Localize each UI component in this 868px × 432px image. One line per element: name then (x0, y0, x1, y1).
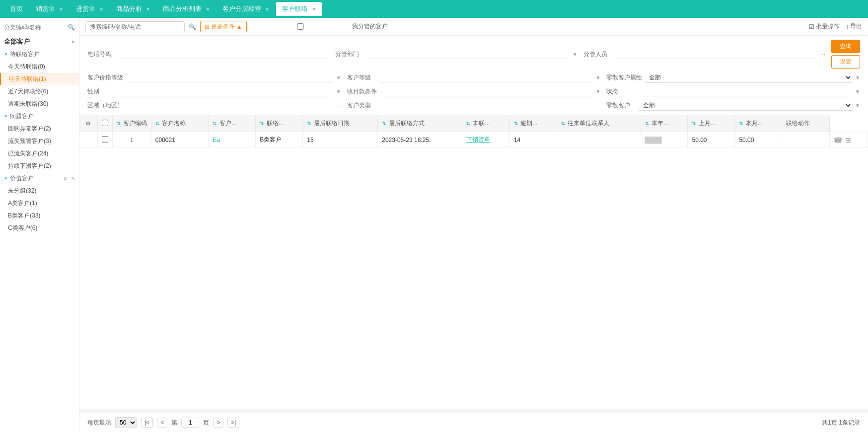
sort-this-year-icon[interactable]: ⇅ (645, 121, 649, 126)
sort-last-contact-date-icon[interactable]: ⇅ (307, 121, 311, 126)
dept-label: 分管部门 (335, 50, 365, 59)
retail-attr-dropdown-icon[interactable]: ▼ (855, 75, 860, 80)
gender-field: 性别 ▼ (87, 87, 341, 96)
sort-no-contact-days-icon[interactable]: ⇅ (466, 121, 470, 126)
manager-field: 分管人员 ··· (583, 50, 825, 59)
sort-this-month-icon[interactable]: ⇅ (739, 121, 743, 126)
batch-op-button[interactable]: ☑ 批量操作 (809, 22, 840, 31)
my-customers-checkbox-label[interactable]: 我分管的客户 (251, 22, 388, 31)
payment-input[interactable] (380, 87, 593, 96)
customer-level-field: 客户等级 ▼ (347, 73, 601, 82)
sort-last-contact-method-icon[interactable]: ⇅ (382, 121, 386, 126)
customer-table: ⚙ ⇅ 客户编码 ⇅ 客户名称 (79, 115, 868, 148)
all-customers-header[interactable]: 全部客户 « (0, 35, 79, 48)
select-all-checkbox[interactable] (102, 120, 108, 126)
advanced-filter-panel: 电话号码 分管部门 ▼ 分管人员 ··· 查询 设置 (79, 36, 868, 115)
sort-contact-person-icon[interactable]: ⇅ (561, 121, 565, 126)
sort-code-icon[interactable]: ⇅ (117, 121, 121, 126)
more-filters-button[interactable]: ⊞ 更多条件 ▲ (200, 21, 247, 32)
sidebar-item-a-class[interactable]: A类客户(1) (0, 197, 79, 210)
row-last-contact-date: 2023-05-23 18:25: (378, 132, 462, 148)
gear-icon[interactable]: ⚙ (85, 120, 91, 127)
price-level-dropdown-icon[interactable]: ▼ (336, 75, 341, 80)
sidebar-item-c-class[interactable]: C类客户(6) (0, 222, 79, 234)
sidebar-search-icon[interactable]: 🔍 (68, 24, 75, 31)
value-group-edit-icon[interactable]: ✎ (71, 176, 75, 181)
sidebar-item-b-class[interactable]: B类客户(33) (0, 210, 79, 222)
sidebar-item-overdue-pending[interactable]: 逾期未联络(30) (0, 98, 79, 110)
nav-item-product-analysis[interactable]: 商品分析 ✕ (110, 2, 156, 16)
value-group-refresh-icon[interactable]: ↻ (63, 176, 67, 181)
sort-contact-count-icon[interactable]: ⇅ (260, 121, 264, 126)
action-grid-icon[interactable]: ⊞ (845, 136, 851, 144)
nav-item-sales[interactable]: 销货单 ✕ (30, 2, 69, 16)
payment-field: 收付款条件 ▼ (347, 87, 601, 96)
area-input[interactable] (126, 101, 333, 110)
close-product-list-icon[interactable]: ✕ (206, 6, 210, 12)
nav-item-purchase[interactable]: 进货单 ✕ (70, 2, 109, 16)
sidebar-item-unclassified[interactable]: 未分组(32) (0, 185, 79, 197)
row-last-month: 50.00 (735, 132, 782, 148)
sidebar-item-repurchase-abnormal[interactable]: 回购异常客户(2) (0, 123, 79, 135)
sidebar-item-tomorrow-pending[interactable]: 明天待联络(1) (0, 73, 79, 85)
nav-item-home[interactable]: 首页 (4, 2, 29, 16)
row-check (97, 132, 112, 148)
row-checkbox-0[interactable] (102, 136, 108, 143)
close-sales-icon[interactable]: ✕ (59, 6, 63, 12)
first-page-button[interactable]: |< (141, 418, 153, 428)
page-size-select[interactable]: 50 (115, 417, 137, 428)
status-label: 状态 (606, 87, 636, 96)
status-dropdown-icon[interactable]: ▼ (855, 89, 860, 94)
action-phone-icon[interactable]: ☎ (834, 136, 842, 144)
dept-dropdown-icon[interactable]: ▼ (573, 52, 578, 57)
set-button[interactable]: 设置 (831, 55, 860, 69)
status-field: 状态 ▼ (606, 87, 860, 96)
export-button[interactable]: ↑ 导出 (846, 22, 862, 31)
nav-item-customer-tier[interactable]: 客户分层经营 ✕ (217, 2, 275, 16)
sort-last-month-icon[interactable]: ⇅ (692, 121, 696, 126)
sidebar-item-7days-pending[interactable]: 近7天待联络(0) (0, 85, 79, 98)
payment-dropdown-icon[interactable]: ▼ (595, 89, 600, 94)
close-purchase-icon[interactable]: ✕ (99, 6, 103, 12)
my-customers-checkbox[interactable] (251, 23, 350, 30)
collapse-icon[interactable]: « (72, 38, 75, 45)
prev-page-button[interactable]: < (157, 418, 167, 428)
query-button[interactable]: 查询 (831, 40, 860, 53)
sort-overdue-icon[interactable]: ⇅ (514, 121, 518, 126)
area-dots-icon[interactable]: ··· (336, 102, 341, 109)
retail-attr-select[interactable]: 全部 (645, 72, 852, 83)
sort-name-icon[interactable]: ⇅ (155, 121, 159, 126)
col-overdue: ⇅ 逾期... (509, 115, 557, 132)
manager-dots-icon[interactable]: ··· (820, 51, 825, 58)
phone-input[interactable] (120, 50, 329, 59)
customer-price-level-input[interactable] (126, 73, 333, 82)
sidebar-item-today-pending[interactable]: 今天待联络(0) (0, 61, 79, 73)
close-customer-tier-icon[interactable]: ✕ (265, 6, 269, 12)
sidebar-item-churned[interactable]: 已流失客户(24) (0, 147, 79, 160)
retail-customer-select[interactable]: 全部 (639, 100, 852, 111)
dept-input[interactable] (368, 50, 569, 59)
next-page-button[interactable]: > (213, 418, 223, 428)
horizontal-scrollbar[interactable] (79, 409, 868, 413)
close-customer-contact-icon[interactable]: ✕ (312, 6, 316, 12)
nav-item-customer-contact[interactable]: 客户联络 ✕ (276, 2, 322, 16)
status-input[interactable] (639, 87, 852, 96)
main-layout: 🔍 全部客户 « 待联络客户 今天待联络(0) 明天待联络(1) 近7天待联络(… (0, 18, 868, 432)
gender-input[interactable] (120, 87, 333, 96)
sidebar-item-churn-warning[interactable]: 流失预警客户(3) (0, 135, 79, 147)
close-product-analysis-icon[interactable]: ✕ (146, 6, 150, 12)
customer-level-input[interactable] (380, 73, 593, 82)
sidebar-search-input[interactable] (4, 24, 68, 31)
search-input[interactable] (85, 21, 185, 32)
gender-dropdown-icon[interactable]: ▼ (336, 89, 341, 94)
nav-item-product-list[interactable]: 商品分析列表 ✕ (157, 2, 216, 16)
filter-search-icon[interactable]: 🔍 (189, 23, 196, 30)
manager-input[interactable] (616, 50, 817, 59)
level-dropdown-icon[interactable]: ▼ (595, 75, 600, 80)
page-input[interactable] (181, 418, 199, 428)
sort-customer-type-icon[interactable]: ⇅ (213, 121, 217, 126)
customer-type-input[interactable] (380, 101, 601, 110)
sidebar-item-declining[interactable]: 持续下滑客户(2) (0, 160, 79, 172)
last-page-button[interactable]: >| (227, 418, 239, 428)
retail-customer-dropdown-icon[interactable]: ▼ (855, 103, 860, 108)
